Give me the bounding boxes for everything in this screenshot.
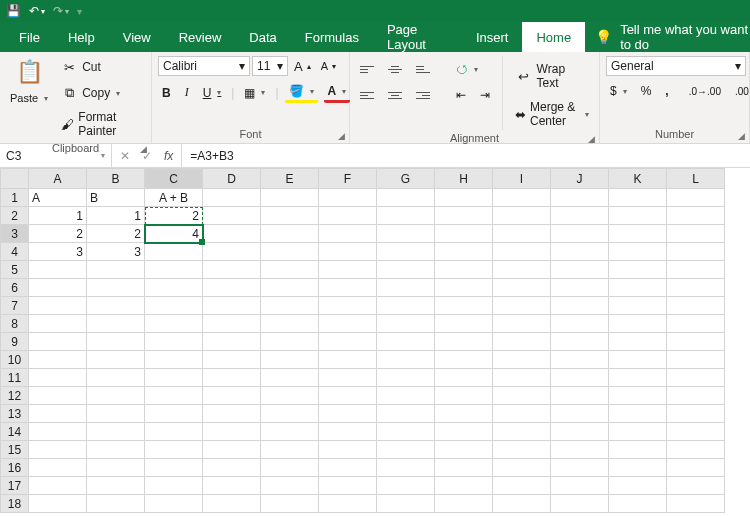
cell-F1[interactable] [319,189,377,207]
tab-home[interactable]: Home [522,22,585,52]
cell-I14[interactable] [493,423,551,441]
cell-D3[interactable] [203,225,261,243]
cell-H12[interactable] [435,387,493,405]
align-center-button[interactable] [384,90,406,101]
align-bottom-button[interactable] [412,64,434,75]
cell-C8[interactable] [145,315,203,333]
cell-L12[interactable] [667,387,725,405]
tab-file[interactable]: File [5,22,54,52]
cell-K17[interactable] [609,477,667,495]
cell-I10[interactable] [493,351,551,369]
cell-D18[interactable] [203,495,261,513]
cell-F14[interactable] [319,423,377,441]
cell-J17[interactable] [551,477,609,495]
cell-D4[interactable] [203,243,261,261]
format-painter-button[interactable]: 🖌Format Painter [56,108,145,140]
cell-B17[interactable] [87,477,145,495]
cell-A12[interactable] [29,387,87,405]
cell-B6[interactable] [87,279,145,297]
cell-L9[interactable] [667,333,725,351]
cell-B2[interactable]: 1 [87,207,145,225]
cell-L8[interactable] [667,315,725,333]
cell-F15[interactable] [319,441,377,459]
comma-format-button[interactable]: , [661,82,672,100]
accounting-format-button[interactable]: $▾ [606,82,631,100]
font-size-select[interactable]: 11▾ [252,56,288,76]
dialog-launcher-icon[interactable]: ◢ [738,131,745,141]
cell-K10[interactable] [609,351,667,369]
cell-K13[interactable] [609,405,667,423]
row-header-2[interactable]: 2 [1,207,29,225]
cell-I13[interactable] [493,405,551,423]
cell-H9[interactable] [435,333,493,351]
cell-C6[interactable] [145,279,203,297]
cell-D12[interactable] [203,387,261,405]
row-header-10[interactable]: 10 [1,351,29,369]
number-format-select[interactable]: General▾ [606,56,746,76]
cell-G18[interactable] [377,495,435,513]
cell-C18[interactable] [145,495,203,513]
cell-E4[interactable] [261,243,319,261]
cell-G17[interactable] [377,477,435,495]
cell-G6[interactable] [377,279,435,297]
row-header-9[interactable]: 9 [1,333,29,351]
cell-I16[interactable] [493,459,551,477]
cell-J16[interactable] [551,459,609,477]
cell-D14[interactable] [203,423,261,441]
cell-F13[interactable] [319,405,377,423]
row-header-17[interactable]: 17 [1,477,29,495]
cell-D15[interactable] [203,441,261,459]
cell-H11[interactable] [435,369,493,387]
cell-L7[interactable] [667,297,725,315]
cell-L13[interactable] [667,405,725,423]
cell-K14[interactable] [609,423,667,441]
underline-button[interactable]: U▾ [199,84,226,102]
fx-icon[interactable]: fx [164,149,173,163]
cell-G16[interactable] [377,459,435,477]
cell-K3[interactable] [609,225,667,243]
cell-E5[interactable] [261,261,319,279]
cell-G15[interactable] [377,441,435,459]
decrease-indent-button[interactable]: ⇤ [452,86,470,104]
cell-D17[interactable] [203,477,261,495]
cell-E11[interactable] [261,369,319,387]
cell-D8[interactable] [203,315,261,333]
qat-customize-icon[interactable]: ▾ [77,6,82,17]
cell-J4[interactable] [551,243,609,261]
row-header-11[interactable]: 11 [1,369,29,387]
cell-G13[interactable] [377,405,435,423]
cell-G9[interactable] [377,333,435,351]
cell-A18[interactable] [29,495,87,513]
row-header-4[interactable]: 4 [1,243,29,261]
cell-H7[interactable] [435,297,493,315]
cell-J13[interactable] [551,405,609,423]
cell-D9[interactable] [203,333,261,351]
cell-F11[interactable] [319,369,377,387]
cell-G12[interactable] [377,387,435,405]
cell-J8[interactable] [551,315,609,333]
cell-J6[interactable] [551,279,609,297]
cell-I6[interactable] [493,279,551,297]
cell-H3[interactable] [435,225,493,243]
cell-H14[interactable] [435,423,493,441]
cut-button[interactable]: ✂Cut [56,56,145,78]
row-header-6[interactable]: 6 [1,279,29,297]
cell-H5[interactable] [435,261,493,279]
cell-K15[interactable] [609,441,667,459]
cell-H16[interactable] [435,459,493,477]
cell-C7[interactable] [145,297,203,315]
tab-insert[interactable]: Insert [462,22,523,52]
col-header-C[interactable]: C [145,169,203,189]
row-header-14[interactable]: 14 [1,423,29,441]
cell-D7[interactable] [203,297,261,315]
cell-E17[interactable] [261,477,319,495]
cell-H6[interactable] [435,279,493,297]
paste-button[interactable]: Paste▾ [6,90,52,106]
cell-I9[interactable] [493,333,551,351]
cell-G14[interactable] [377,423,435,441]
cell-F6[interactable] [319,279,377,297]
cell-K12[interactable] [609,387,667,405]
cell-F17[interactable] [319,477,377,495]
cell-C10[interactable] [145,351,203,369]
cell-F18[interactable] [319,495,377,513]
